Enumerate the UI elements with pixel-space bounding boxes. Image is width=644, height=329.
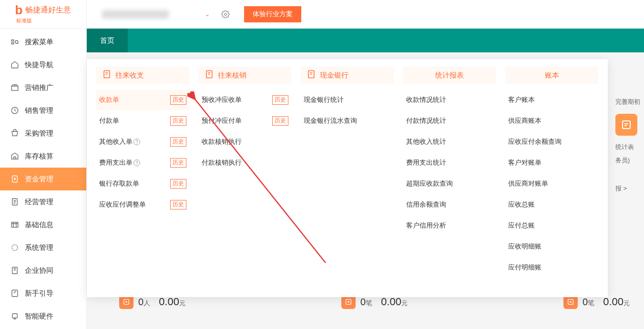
- sidebar-item-smart-hardware[interactable]: 智能硬件: [0, 305, 86, 328]
- mega-item[interactable]: 客户账本: [505, 90, 598, 110]
- mega-item-label: 客户对账单: [508, 159, 542, 167]
- sidebar-item-onboarding[interactable]: 新手引导: [0, 282, 86, 305]
- sidebar-item-fund-mgmt[interactable]: 资金管理: [0, 168, 86, 190]
- mega-col-4: 账本客户账本供应商账本应收应付余额查询客户对账单供应商对账单应收总账应付总账应收…: [505, 67, 598, 278]
- sidebar-item-search-menu[interactable]: 搜索菜单: [0, 30, 86, 53]
- history-badge[interactable]: 历史: [170, 137, 186, 147]
- mega-item[interactable]: 客户对账单: [505, 152, 598, 173]
- logo-subtitle: 标准版: [16, 17, 32, 24]
- mega-item[interactable]: 应付明细账: [505, 257, 598, 278]
- mega-item[interactable]: 收款核销执行: [199, 131, 292, 152]
- mega-item[interactable]: 银行存取款单历史: [96, 173, 189, 194]
- sidebar-item-label: 快捷导航: [25, 60, 53, 70]
- sidebar-item-system[interactable]: 系统管理: [0, 236, 86, 259]
- mega-item[interactable]: 现金银行统计: [301, 90, 394, 110]
- mega-item[interactable]: 预付冲应付单历史: [199, 110, 292, 131]
- mega-item[interactable]: 供应商对账单: [505, 173, 598, 194]
- mega-item-label: 其他收入单?: [99, 138, 140, 146]
- svg-rect-1: [11, 43, 14, 44]
- report-icon[interactable]: [615, 114, 637, 136]
- clip-text[interactable]: 报 >: [615, 182, 644, 196]
- mega-item[interactable]: 应收应付余额查询: [505, 131, 598, 152]
- mega-item-label: 收款单: [99, 96, 119, 104]
- mega-item[interactable]: 收款单历史: [96, 90, 189, 110]
- sidebar-item-sales[interactable]: 销售管理: [0, 99, 86, 122]
- mega-item-label: 应收总账: [508, 200, 535, 209]
- history-badge[interactable]: 历史: [272, 116, 288, 126]
- fund-mgmt-icon: [10, 175, 19, 183]
- stat-unit: 人: [143, 299, 150, 307]
- mega-col-header: 账本: [505, 67, 598, 84]
- mega-col-title: 现金银行: [320, 71, 348, 80]
- help-icon[interactable]: ?: [133, 160, 140, 166]
- sidebar-item-purchase[interactable]: 采购管理: [0, 122, 86, 145]
- sidebar: b 畅捷通好生意 标准版 搜索菜单快捷导航营销推广销售管理采购管理库存核算资金管…: [0, 0, 87, 329]
- mega-item[interactable]: 应收应付调整单历史: [96, 194, 189, 215]
- mega-col-header: 统计报表: [403, 67, 496, 84]
- mega-item-label: 付款情况统计: [406, 117, 446, 125]
- mega-col-2: 现金银行现金银行统计现金银行流水查询: [301, 67, 394, 278]
- tab-home[interactable]: 首页: [87, 29, 128, 52]
- mega-item-label: 应付总账: [508, 221, 535, 230]
- sidebar-item-label: 新手引导: [25, 289, 53, 298]
- mega-item[interactable]: 费用支出统计: [403, 152, 496, 173]
- mega-item-label: 付款单: [99, 117, 119, 125]
- history-badge[interactable]: 历史: [170, 179, 186, 189]
- mega-item-label: 客户账本: [508, 96, 535, 104]
- sidebar-item-marketing[interactable]: 营销推广: [0, 76, 86, 99]
- operations-icon: [10, 198, 19, 206]
- svg-rect-3: [11, 86, 18, 90]
- history-badge[interactable]: 历史: [272, 95, 288, 105]
- sidebar-item-operations[interactable]: 经营管理: [0, 190, 86, 213]
- gear-icon[interactable]: [220, 9, 231, 20]
- mega-item[interactable]: 现金银行流水查询: [301, 110, 394, 131]
- mega-item[interactable]: 供应商账本: [505, 110, 598, 131]
- sidebar-item-quick-nav[interactable]: 快捷导航: [0, 53, 86, 76]
- mega-item-label: 收款情况统计: [406, 96, 446, 104]
- mega-item[interactable]: 应收总账: [505, 194, 598, 215]
- mega-item[interactable]: 费用支出单?历史: [96, 152, 189, 173]
- mega-item[interactable]: 应付总账: [505, 215, 598, 236]
- history-badge[interactable]: 历史: [170, 158, 186, 168]
- mega-item[interactable]: 信用余额查询: [403, 194, 496, 215]
- mega-item[interactable]: 其他收入单?历史: [96, 131, 189, 152]
- mega-item[interactable]: 预收冲应收单历史: [199, 90, 292, 110]
- stat-value: 0.00: [159, 296, 179, 308]
- mega-item[interactable]: 付款情况统计: [403, 110, 496, 131]
- org-selector[interactable]: ⌄: [96, 6, 215, 22]
- mega-item[interactable]: 应收明细账: [505, 236, 598, 257]
- history-badge[interactable]: 历史: [170, 116, 186, 126]
- stat-count: 0: [583, 297, 588, 307]
- sidebar-item-label: 营销推广: [25, 83, 53, 92]
- sidebar-item-enterprise-collab[interactable]: 企业协同: [0, 259, 86, 282]
- mega-item[interactable]: 付款单历史: [96, 110, 189, 131]
- mega-item[interactable]: 付款核销执行: [199, 152, 292, 173]
- svg-rect-11: [12, 314, 18, 318]
- sidebar-item-basic-info[interactable]: 基础信息: [0, 213, 86, 236]
- quick-nav-icon: [10, 60, 19, 69]
- mega-item[interactable]: 客户信用分析: [403, 215, 496, 236]
- sidebar-item-label: 资金管理: [25, 175, 53, 184]
- history-badge[interactable]: 历史: [170, 95, 186, 105]
- mega-item-label: 付款核销执行: [202, 159, 242, 167]
- mega-item-label: 客户信用分析: [406, 221, 446, 230]
- mega-item-label: 收款核销执行: [202, 138, 242, 146]
- industry-plan-button[interactable]: 体验行业方案: [244, 6, 301, 22]
- help-icon[interactable]: ?: [133, 139, 140, 145]
- sidebar-item-label: 基础信息: [25, 220, 53, 229]
- system-icon: [10, 243, 19, 252]
- logo-icon: b: [15, 4, 23, 16]
- mega-item[interactable]: 超期应收款查询: [403, 173, 496, 194]
- mega-item[interactable]: 收款情况统计: [403, 90, 496, 110]
- sidebar-item-label: 经营管理: [25, 198, 53, 207]
- history-badge[interactable]: 历史: [170, 200, 186, 209]
- mega-item-label: 应付明细账: [508, 263, 542, 272]
- sidebar-item-label: 采购管理: [25, 129, 53, 138]
- chevron-down-icon: ⌄: [205, 11, 210, 18]
- clip-text: 统计表: [615, 140, 644, 154]
- tab-bar: 首页: [87, 29, 644, 52]
- mega-item[interactable]: 其他收入统计: [403, 131, 496, 152]
- svg-rect-16: [623, 121, 630, 129]
- mega-item-label: 其他收入统计: [406, 138, 446, 146]
- sidebar-item-inventory[interactable]: 库存核算: [0, 145, 86, 168]
